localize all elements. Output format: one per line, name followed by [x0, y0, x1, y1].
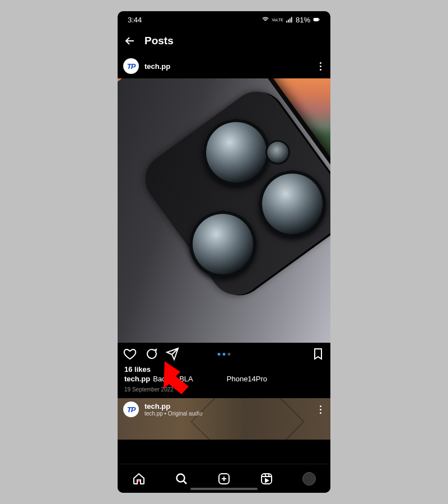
nav-reels[interactable]: [260, 472, 273, 486]
nav-profile[interactable]: [302, 472, 316, 486]
profile-avatar-icon: [302, 472, 316, 486]
photo-lens-icon: [189, 211, 256, 278]
nav-home[interactable]: [132, 472, 146, 486]
avatar[interactable]: TP: [123, 402, 139, 417]
back-button[interactable]: [123, 34, 137, 48]
second-post-preview[interactable]: TP tech.pp tech.pp • Original audio: [118, 398, 330, 440]
post-more-button[interactable]: [316, 59, 325, 74]
comment-icon: [144, 347, 158, 361]
status-time: 3:44: [128, 16, 142, 24]
nav-search[interactable]: [175, 472, 188, 486]
svg-rect-0: [286, 21, 287, 22]
battery-percent: 81%: [296, 16, 310, 24]
wifi-icon: [262, 16, 269, 24]
post-image[interactable]: [118, 78, 330, 343]
likes-count[interactable]: 16 likes: [118, 365, 330, 374]
page-title: Posts: [144, 35, 174, 47]
save-button[interactable]: [311, 347, 325, 361]
status-right: VoLTE 81%: [262, 16, 320, 24]
notification-dot-icon: [138, 480, 140, 482]
second-post-username[interactable]: tech.pp: [144, 402, 203, 410]
share-button[interactable]: [166, 347, 179, 361]
signal-icon: [286, 16, 293, 24]
post-username[interactable]: tech.pp: [144, 62, 170, 71]
photo-mini-lens-icon: [265, 140, 290, 165]
carousel-dots: [218, 353, 231, 356]
post-caption: tech.pp Back to BLA xxxx Phone14Pro: [118, 374, 330, 384]
home-indicator[interactable]: [190, 488, 258, 490]
svg-rect-3: [291, 17, 292, 22]
svg-rect-5: [319, 19, 320, 20]
status-bar: 3:44 VoLTE 81%: [118, 11, 330, 28]
plus-square-icon: [217, 472, 231, 486]
search-icon: [175, 472, 188, 486]
photo-lens-icon: [203, 119, 270, 186]
post-more-button[interactable]: [316, 402, 325, 417]
caption-username[interactable]: tech.pp: [124, 375, 150, 383]
home-icon: [132, 472, 146, 486]
svg-rect-2: [290, 18, 291, 23]
comment-button[interactable]: [144, 347, 158, 361]
svg-rect-4: [314, 18, 319, 21]
like-button[interactable]: [123, 347, 137, 361]
nav-add[interactable]: [217, 472, 231, 486]
bookmark-icon: [311, 347, 325, 361]
heart-icon: [123, 347, 137, 361]
back-arrow-icon: [123, 34, 137, 48]
phone-frame: 3:44 VoLTE 81% Posts TP tech.pp: [118, 11, 330, 493]
second-post-subtitle[interactable]: tech.pp • Original audio: [144, 410, 203, 417]
battery-icon: [312, 16, 320, 24]
avatar[interactable]: TP: [123, 58, 139, 74]
nav-bar: Posts: [118, 28, 330, 54]
svg-rect-1: [288, 20, 289, 22]
second-post-header: TP tech.pp tech.pp • Original audio: [123, 402, 325, 417]
caption-text-2: Phone14Pro: [227, 375, 267, 383]
post-header: TP tech.pp: [118, 54, 330, 78]
svg-rect-8: [262, 474, 272, 484]
more-vertical-icon: [320, 62, 321, 64]
svg-point-6: [177, 474, 185, 482]
reels-icon: [260, 472, 273, 486]
post-date: 19 September 2022: [118, 384, 330, 398]
volte-label: VoLTE: [272, 18, 283, 22]
post-actions: [118, 343, 330, 365]
paper-plane-icon: [166, 347, 179, 361]
photo-lens-icon: [259, 170, 326, 237]
caption-text: Back to BLA: [153, 375, 193, 383]
